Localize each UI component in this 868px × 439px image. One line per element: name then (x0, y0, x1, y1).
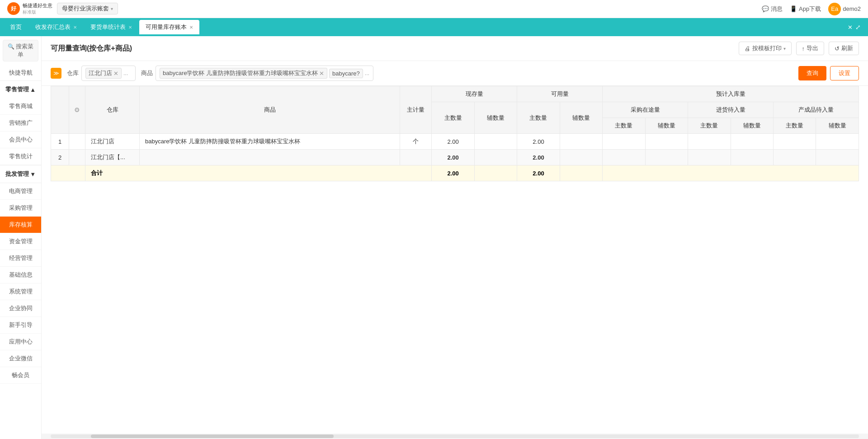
table-footer (42, 434, 868, 439)
export-btn[interactable]: ↑ 导出 (796, 42, 825, 55)
sidebar-item-enterprise-collab[interactable]: 企业协同 (0, 300, 41, 317)
tab-inventory[interactable]: 可用量库存账本 ✕ (139, 20, 199, 34)
main-layout: 🔍 搜索菜单 快捷导航 零售管理 ▲ 零售商城 营销推广 会员中心 零售统计 (0, 36, 868, 439)
warehouse-label: 仓库 (67, 69, 79, 77)
row-available-aux-qty (560, 134, 602, 150)
tab-close-all-btn[interactable]: ✕ ⤢ (844, 24, 864, 31)
sidebar-item-new-guide[interactable]: 新手引导 (0, 317, 41, 334)
row-product-2 (140, 150, 400, 165)
top-bar-left: 好 畅捷通好生意 标准版 母婴行业演示账套 ▾ (7, 2, 118, 15)
sidebar-item-chang-member[interactable]: 畅会员 (0, 367, 41, 384)
row-main-unit-2 (400, 150, 432, 165)
logo-sub: 标准版 (23, 9, 52, 15)
warehouse-input[interactable]: 江北门店 ✕ ... (81, 66, 136, 81)
warehouse-tag: 江北门店 ✕ (85, 68, 122, 79)
product-tag2: babycare? (329, 69, 363, 78)
quick-nav-btn[interactable]: 快捷导航 (0, 65, 41, 81)
search-menu-btn[interactable]: 🔍 搜索菜单 (3, 40, 38, 61)
sidebar-item-retail-stats[interactable]: 零售统计 (0, 148, 41, 165)
top-bar: 好 畅捷通好生意 标准版 母婴行业演示账套 ▾ 💬 消息 📱 App下载 Ea … (0, 0, 868, 18)
sidebar-item-wholesale-mgmt[interactable]: 批发管理 ▼ (0, 165, 41, 183)
gear-icon[interactable]: ⚙ (74, 106, 80, 113)
table-row: 2 江北门店【... 2.00 2.00 (51, 150, 859, 165)
total-current-main-qty: 2.00 (432, 165, 474, 181)
logo-text-group: 畅捷通好生意 标准版 (23, 2, 52, 15)
row-pt-aux-2 (645, 150, 688, 165)
sidebar-item-basic-info[interactable]: 基础信息 (0, 267, 41, 283)
scrollbar-thumb[interactable] (91, 434, 333, 438)
row-product: babycare学饮杯 儿童防摔防撞吸管杯重力球吸嘴杯宝宝水杯 (140, 134, 400, 150)
page-title: 可用量查询(按仓库+商品) (51, 44, 132, 53)
sidebar-item-app-center[interactable]: 应用中心 (0, 334, 41, 350)
sidebar-item-ecommerce-mgmt[interactable]: 电商管理 (0, 183, 41, 200)
query-btn[interactable]: 查询 (798, 66, 826, 80)
setting-btn[interactable]: 设置 (830, 66, 859, 80)
col-current-aux-qty: 辅数量 (474, 102, 517, 134)
message-icon: 💬 (762, 5, 769, 12)
product-tag-close[interactable]: ✕ (319, 70, 324, 77)
col-product: 商品 (140, 86, 400, 134)
row-available-main-qty-2: 2.00 (517, 150, 560, 165)
message-btn[interactable]: 💬 消息 (762, 5, 783, 13)
row-current-main-qty: 2.00 (432, 134, 474, 150)
row-gear (69, 134, 85, 150)
col-production-pending: 产成品待入量 (773, 102, 859, 118)
table-row: 1 江北门店 babycare学饮杯 儿童防摔防撞吸管杯重力球吸嘴杯宝宝水杯 个… (51, 134, 859, 150)
tab-orders[interactable]: 要货单统计表 ✕ (84, 20, 138, 34)
row-pp-main-2 (688, 150, 731, 165)
row-current-main-qty-2: 2.00 (432, 150, 474, 165)
row-pt-main-2 (603, 150, 645, 165)
col-available-aux-qty: 辅数量 (560, 102, 602, 134)
user-profile[interactable]: Ea demo2 (828, 3, 861, 15)
maximize-icon: ⤢ (855, 24, 861, 31)
row-current-aux-qty-2 (474, 150, 517, 165)
row-prod-aux (816, 134, 859, 150)
row-main-unit: 个 (400, 134, 432, 150)
tab-close-receipts[interactable]: ✕ (73, 25, 77, 30)
tab-home[interactable]: 首页 (4, 20, 28, 34)
col-gear[interactable]: ⚙ (69, 86, 85, 134)
refresh-btn[interactable]: ↺ 刷新 (829, 42, 859, 55)
row-prod-main (773, 134, 816, 150)
sidebar-item-finance-mgmt[interactable]: 资金管理 (0, 233, 41, 250)
filter-toggle-btn[interactable]: ≫ (51, 68, 61, 79)
app-download-btn[interactable]: 📱 App下载 (790, 5, 821, 13)
total-label-cell (51, 165, 85, 181)
tab-receipts[interactable]: 收发存汇总表 ✕ (29, 20, 83, 34)
top-bar-right: 💬 消息 📱 App下载 Ea demo2 (762, 3, 861, 15)
print-btn[interactable]: 🖨 按模板打印 ▾ (739, 42, 792, 55)
industry-selector[interactable]: 母婴行业演示账套 ▾ (57, 3, 118, 14)
row-index: 1 (51, 134, 69, 150)
sidebar-group-wholesale: 批发管理 ▼ (0, 165, 41, 183)
col-available: 可用量 (517, 86, 603, 102)
page-header: 可用量查询(按仓库+商品) 🖨 按模板打印 ▾ ↑ 导出 ↺ 刷新 (42, 36, 868, 61)
sidebar-item-operations-mgmt[interactable]: 经营管理 (0, 250, 41, 267)
sidebar-item-marketing[interactable]: 营销推广 (0, 115, 41, 132)
product-tag: babycare学饮杯 儿童防摔防撞吸管杯重力球吸嘴杯宝宝水杯 ✕ (160, 68, 327, 79)
warehouse-more[interactable]: ... (123, 70, 128, 76)
scrollbar-track[interactable] (51, 434, 859, 438)
chevron-icon-2: ▼ (30, 171, 36, 178)
close-all-icon: ✕ (848, 24, 853, 31)
row-pp-main (688, 134, 731, 150)
logo-icon: 好 (7, 2, 20, 15)
sidebar-item-retail-store[interactable]: 零售商城 (0, 98, 41, 115)
sidebar-item-inventory-mgmt[interactable]: 库存核算 (0, 217, 41, 233)
sidebar-item-enterprise-wechat[interactable]: 企业微信 (0, 350, 41, 367)
product-filter: 商品 babycare学饮杯 儿童防摔防撞吸管杯重力球吸嘴杯宝宝水杯 ✕ bab… (141, 66, 373, 81)
product-more[interactable]: ... (365, 70, 369, 76)
phone-icon: 📱 (790, 5, 797, 12)
col-current-stock: 现存量 (432, 86, 517, 102)
sidebar-item-system-mgmt[interactable]: 系统管理 (0, 283, 41, 300)
tab-close-orders[interactable]: ✕ (128, 25, 132, 30)
tab-close-inventory[interactable]: ✕ (189, 25, 193, 30)
product-input[interactable]: babycare学饮杯 儿童防摔防撞吸管杯重力球吸嘴杯宝宝水杯 ✕ babyca… (156, 66, 373, 81)
warehouse-filter: 仓库 江北门店 ✕ ... (67, 66, 136, 81)
sidebar-item-member-center[interactable]: 会员中心 (0, 132, 41, 148)
filter-actions: 查询 设置 (798, 66, 859, 80)
sidebar-item-retail-mgmt[interactable]: 零售管理 ▲ (0, 81, 41, 98)
sidebar-item-purchase-mgmt[interactable]: 采购管理 (0, 200, 41, 217)
warehouse-tag-close[interactable]: ✕ (113, 70, 118, 77)
product-label: 商品 (141, 69, 153, 77)
row-pt-main (603, 134, 645, 150)
